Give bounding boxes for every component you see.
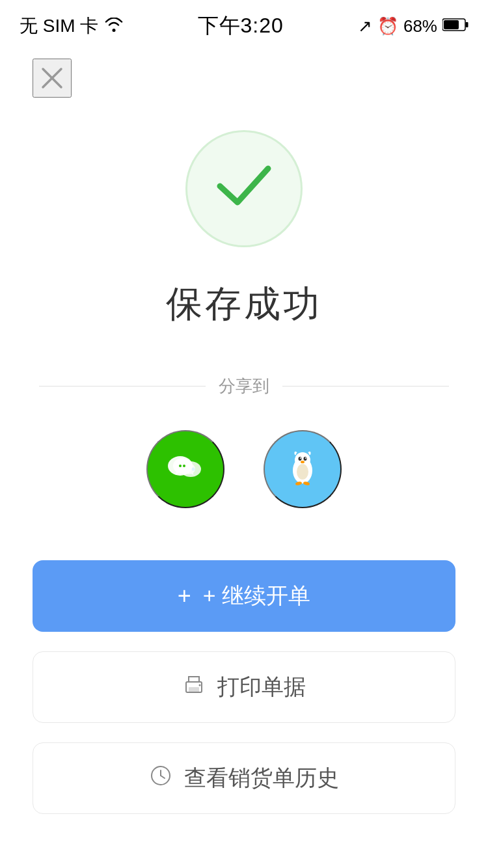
- close-button[interactable]: [33, 59, 72, 98]
- wechat-share-button[interactable]: [146, 430, 224, 508]
- print-button[interactable]: 打印单据: [33, 651, 455, 723]
- svg-point-20: [305, 457, 306, 459]
- status-bar: 无 SIM 卡 下午3:20 ↗ ⏰ 68%: [0, 0, 488, 52]
- divider-left: [39, 386, 206, 387]
- battery-icon: [442, 16, 468, 36]
- print-icon: [182, 673, 206, 701]
- wifi-icon: [105, 16, 123, 36]
- print-label: 打印单据: [217, 672, 306, 702]
- svg-point-21: [301, 461, 305, 463]
- svg-rect-26: [189, 687, 199, 692]
- svg-point-13: [186, 468, 189, 470]
- history-button[interactable]: 查看销货单历史: [33, 742, 455, 814]
- svg-rect-1: [465, 22, 468, 27]
- plus-icon: +: [178, 582, 191, 610]
- svg-line-30: [161, 776, 165, 778]
- battery-label: 68%: [403, 16, 437, 36]
- svg-point-27: [199, 685, 201, 686]
- divider-right: [282, 386, 449, 387]
- checkmark-icon: [215, 159, 273, 218]
- svg-point-17: [299, 457, 302, 461]
- alarm-icon: ⏰: [377, 16, 398, 36]
- svg-point-22: [297, 464, 308, 480]
- status-time: 下午3:20: [198, 12, 284, 40]
- status-left: 无 SIM 卡: [20, 14, 123, 38]
- main-content: 保存成功 分享到: [0, 52, 488, 814]
- svg-rect-2: [444, 20, 459, 29]
- status-right: ↗ ⏰ 68%: [358, 16, 468, 36]
- success-title: 保存成功: [166, 280, 322, 329]
- success-circle: [185, 130, 303, 247]
- no-sim-label: 无 SIM 卡: [20, 14, 98, 38]
- clock-icon: [149, 764, 172, 793]
- share-label: 分享到: [206, 375, 282, 398]
- direction-icon: ↗: [358, 16, 372, 36]
- svg-point-12: [183, 465, 185, 467]
- svg-point-14: [189, 468, 192, 470]
- svg-point-11: [179, 465, 182, 467]
- svg-point-18: [304, 457, 307, 461]
- share-divider: 分享到: [0, 375, 488, 398]
- svg-point-19: [300, 457, 301, 459]
- actions-container: + + 继续开单 打印单据: [0, 560, 488, 814]
- qq-share-button[interactable]: [264, 430, 342, 508]
- continue-order-button[interactable]: + + 继续开单: [33, 560, 455, 632]
- share-icons-row: [146, 430, 342, 508]
- history-label: 查看销货单历史: [184, 763, 339, 793]
- continue-order-label: + 继续开单: [203, 581, 310, 611]
